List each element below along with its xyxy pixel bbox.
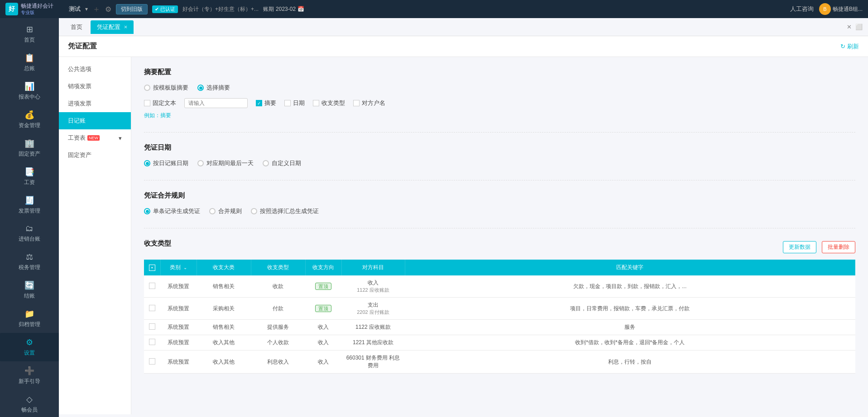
td-account: 收入1122 应收账款: [341, 275, 405, 298]
left-nav-fixed-assets[interactable]: 固定资产: [59, 147, 131, 164]
logo-text: 畅捷通好会计 专业版: [21, 3, 53, 16]
sidebar-label-assets: 固定资产: [19, 150, 40, 158]
th-direction: 收支方向: [305, 260, 341, 275]
td-checkbox[interactable]: [144, 320, 160, 335]
sidebar-item-settings[interactable]: ⚙ 设置: [0, 333, 59, 361]
radio-circle-single: [144, 208, 150, 214]
sidebar-item-reports[interactable]: 📊 报表中心: [0, 77, 59, 105]
calendar-icon[interactable]: 📅: [297, 6, 304, 12]
tab-voucher-config[interactable]: 凭证配置 ×: [91, 20, 134, 34]
tab-expand-window[interactable]: ⬜: [855, 24, 863, 30]
left-nav-sales-invoice[interactable]: 销项发票: [59, 78, 131, 95]
sidebar-label-reports: 报表中心: [19, 93, 40, 101]
new-badge: NEW: [87, 135, 100, 141]
batch-delete-button[interactable]: 批量删除: [822, 241, 855, 253]
checkbox-date[interactable]: 日期: [284, 99, 305, 107]
switch-version-button[interactable]: 切到旧版: [116, 4, 148, 14]
radio-single[interactable]: 单条记录生成凭证: [144, 207, 200, 215]
td-account: 支出2202 应付账款: [341, 298, 405, 320]
radio-custom-date[interactable]: 自定义日期: [263, 159, 301, 167]
sidebar-item-archive[interactable]: 📁 归档管理: [0, 304, 59, 333]
td-type: 收款: [251, 275, 305, 298]
checkbox-fixed-text[interactable]: 固定文本: [144, 99, 176, 107]
table-row: 系统预置 收入其他 个人收款 收入 1221 其他应收款 收到*借款，收到*备用…: [144, 335, 855, 351]
sidebar-item-invoice[interactable]: 🧾 发票管理: [0, 191, 59, 219]
config-layout: 公共选项 销项发票 进项发票 日记账 工资表 NEW ▾ 固定资产 摘要配置: [59, 57, 868, 414]
table-row: 系统预置 销售相关 收款 置顶 收入1122 应收账款 欠款，现金，项目款，到款…: [144, 275, 855, 298]
td-account: 1221 其他应收款: [341, 335, 405, 351]
tabs-right: ✕ ⬜: [847, 24, 863, 30]
sidebar-item-guide[interactable]: ➕ 新手引导: [0, 361, 59, 390]
support-link[interactable]: 人工咨询: [790, 5, 814, 13]
th-checkbox[interactable]: ▪: [144, 260, 160, 275]
td-checkbox[interactable]: [144, 275, 160, 298]
topbar-right: 人工咨询 B 畅捷通B组...: [790, 3, 863, 15]
income-expense-title: 收支类型: [144, 239, 171, 248]
sidebar-item-ledger[interactable]: 📋 总账: [0, 48, 59, 77]
checkbox-box-date: [284, 100, 291, 106]
sidebar-label-settings: 设置: [24, 349, 35, 357]
td-checkbox[interactable]: [144, 298, 160, 320]
sidebar-label-guide: 新手引导: [19, 378, 40, 385]
refresh-button[interactable]: ↻ 刷新: [840, 43, 859, 51]
date-label: 日期: [293, 99, 305, 107]
company-name[interactable]: 测试: [69, 5, 81, 13]
user-menu[interactable]: B 畅捷通B组...: [819, 3, 863, 15]
invoice-icon: 🧾: [24, 195, 34, 205]
table-row: 系统预置 收入其他 利息收入 收入 660301 财务费用 利息费用 利息，行转…: [144, 351, 855, 374]
checkbox-counterpart[interactable]: 对方户名: [353, 99, 385, 107]
sidebar-label-member: 畅会员: [21, 406, 38, 414]
update-data-button[interactable]: 更新数据: [783, 241, 816, 253]
td-type: 付款: [251, 298, 305, 320]
left-nav-payroll-table[interactable]: 工资表 NEW ▾: [59, 129, 131, 147]
radio-circle-select: [197, 85, 204, 91]
td-checkbox[interactable]: [144, 351, 160, 374]
sidebar-item-tax[interactable]: ⚖ 税务管理: [0, 247, 59, 276]
page-title: 凭证配置: [68, 42, 97, 51]
sidebar-item-settle[interactable]: 🔄 结账: [0, 276, 59, 304]
settings-icon[interactable]: ⚙: [105, 5, 111, 14]
add-icon[interactable]: ＋: [92, 4, 101, 14]
radio-period-last[interactable]: 对应期间最后一天: [197, 159, 254, 167]
fixed-text-input[interactable]: [184, 98, 248, 108]
summary-label: 摘要: [264, 99, 276, 107]
content-area: 首页 凭证配置 × ✕ ⬜ 凭证配置 ↻ 刷新 公共选项 销项发: [59, 18, 868, 417]
tab-close-window[interactable]: ✕: [847, 24, 852, 30]
sidebar-item-purchase[interactable]: 🗂 进销台账: [0, 219, 59, 247]
th-keyword: 匹配关键字: [405, 260, 855, 275]
td-checkbox[interactable]: [144, 335, 160, 351]
left-nav-purchase-invoice[interactable]: 进项发票: [59, 95, 131, 112]
summary-radio-group: 按模板版摘要 选择摘要: [144, 84, 855, 92]
sidebar-label-funds: 资金管理: [19, 122, 40, 129]
th-account: 对方科目: [341, 260, 405, 275]
direction-tag: 置顶: [315, 283, 331, 290]
radio-template[interactable]: 按模板版摘要: [144, 84, 188, 92]
radio-merge[interactable]: 合并规则: [209, 207, 242, 215]
radio-journal-date[interactable]: 按日记账日期: [144, 159, 188, 167]
sidebar-item-payroll[interactable]: 📑 工资: [0, 162, 59, 191]
sidebar-label-home: 首页: [24, 36, 35, 44]
tab-close-icon[interactable]: ×: [124, 24, 128, 30]
left-nav-journal[interactable]: 日记账: [59, 112, 131, 129]
archive-icon: 📁: [24, 309, 34, 319]
left-nav-public[interactable]: 公共选项: [59, 61, 131, 78]
tab-home[interactable]: 首页: [64, 20, 89, 34]
checkbox-summary[interactable]: ✓ 摘要: [256, 99, 276, 107]
sidebar-item-funds[interactable]: 💰 资金管理: [0, 105, 59, 134]
sidebar: ⊞ 首页 📋 总账 📊 报表中心 💰 资金管理 🏢 固定资产 📑 工资 🧾 发票…: [0, 18, 59, 417]
settle-icon: 🔄: [24, 280, 34, 290]
select-all-checkbox[interactable]: ▪: [149, 265, 155, 271]
radio-select[interactable]: 选择摘要: [197, 84, 230, 92]
checkbox-type[interactable]: 收支类型: [313, 99, 345, 107]
th-type: 收支类型: [251, 260, 305, 275]
income-expense-section: 收支类型 更新数据 批量删除 ▪: [144, 239, 855, 374]
company-dropdown[interactable]: ▾: [85, 6, 88, 12]
sidebar-item-assets[interactable]: 🏢 固定资产: [0, 134, 59, 162]
radio-select-total[interactable]: 按照选择汇总生成凭证: [251, 207, 319, 215]
sidebar-item-member[interactable]: ◇ 畅会员: [0, 390, 59, 417]
sidebar-label-settle: 结账: [24, 292, 35, 300]
sidebar-label-ledger: 总账: [24, 65, 35, 72]
sidebar-item-home[interactable]: ⊞ 首页: [0, 20, 59, 48]
th-category: 类别 ⌄: [160, 260, 197, 275]
checkbox-box-counterpart: [353, 100, 360, 106]
